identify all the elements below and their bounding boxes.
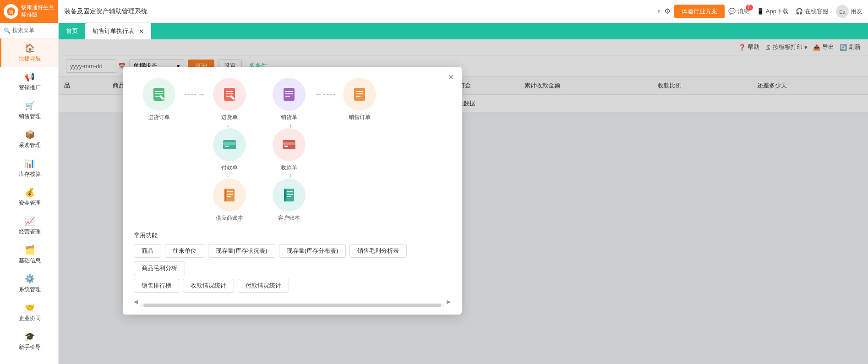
guide-icon: 🎓: [25, 331, 35, 342]
scroll-left-icon[interactable]: ◀: [134, 299, 138, 305]
enterprise-icon: 🤝: [25, 303, 35, 313]
sale-bill-circle: [273, 78, 306, 111]
sidebar-item-sales[interactable]: 🛒 销售管理: [0, 96, 58, 125]
sidebar-nav: 🏠 快捷导航 📢 营销推广 🛒 销售管理 📦 采购管理 📊 库存核算 💰: [0, 38, 58, 364]
svg-rect-32: [284, 146, 288, 147]
sidebar: 畅 畅康通好生意 标准版 🔍 搜索菜单 🏠 快捷导航 📢 营销推广 🛒 销售管理: [0, 0, 59, 364]
system-title: 装备及固定资产辅助管理系统: [64, 7, 654, 16]
svg-rect-34: [284, 189, 286, 201]
flow-row-2: 付款单: [134, 128, 255, 172]
sidebar-item-marketing[interactable]: 📢 营销推广: [0, 67, 58, 96]
sidebar-item-quick-nav[interactable]: 🏠 快捷导航: [0, 38, 58, 67]
purchase-order-node[interactable]: 进货订单: [134, 78, 184, 121]
arrow-h-2: ← - - - -: [314, 90, 334, 109]
sale-bill-label: 销货单: [281, 114, 297, 121]
func-btn-partner[interactable]: 往来单位: [165, 244, 204, 258]
func-btn-product[interactable]: 商品: [134, 244, 161, 258]
arrow-v-receipt: ↓: [264, 121, 385, 128]
svg-rect-16: [225, 146, 229, 147]
main-area: 装备及固定资产辅助管理系统 ▾ ⚙ 体验行业方案 💬 消息 5 📱 App下载 …: [59, 0, 868, 364]
tabbar: 首页 销售订单执行表 ✕: [59, 23, 868, 39]
arrow-h-1: - - - - →: [184, 90, 204, 109]
svg-rect-31: [283, 142, 295, 145]
svg-rect-15: [223, 142, 236, 145]
supplier-ledger-label: 供应商账本: [216, 214, 243, 222]
purchase-bill-circle: [213, 78, 246, 111]
app-download-item[interactable]: 📱 App下载: [757, 7, 788, 16]
func-btn-payment-stat[interactable]: 付款情况统计: [238, 279, 289, 293]
modal-scrollbar[interactable]: [140, 304, 445, 307]
sidebar-item-purchase[interactable]: 📦 采购管理: [0, 125, 58, 154]
home-icon: 🏠: [25, 43, 35, 53]
message-item[interactable]: 💬 消息 5: [728, 7, 749, 16]
supplier-ledger-node[interactable]: 供应商账本: [204, 179, 255, 222]
flow-row-r1: 销货单 ← - - - - 销售订单: [264, 78, 385, 121]
customer-ledger-node[interactable]: 客户账本: [264, 179, 314, 222]
func-btn-receipt-stat[interactable]: 收款情况统计: [183, 279, 234, 293]
purchase-order-circle: [142, 78, 175, 111]
func-buttons-row2: 销售排行榜 收款情况统计 付款情况统计: [134, 279, 451, 293]
message-icon: 💬: [728, 8, 736, 15]
sidebar-search[interactable]: 🔍 搜索菜单: [0, 23, 58, 38]
modal-close-button[interactable]: ✕: [448, 72, 454, 82]
sidebar-item-system[interactable]: ⚙️ 系统管理: [0, 269, 58, 298]
online-service-icon: 🎧: [796, 8, 803, 15]
app-download-icon: 📱: [757, 8, 764, 15]
arrow-v-supplier: ↓: [134, 172, 255, 179]
payment-label: 付款单: [221, 164, 238, 172]
payment-node[interactable]: 付款单: [204, 128, 255, 172]
sidebar-item-inventory[interactable]: 📊 库存核算: [0, 154, 58, 183]
receipt-circle: [273, 128, 306, 161]
flow-diagram: 进货订单 - - - - → 进货单: [134, 78, 451, 222]
logo-icon: 畅: [4, 4, 18, 19]
sidebar-item-enterprise[interactable]: 🤝 企业协同: [0, 298, 58, 327]
customer-ledger-circle: [273, 179, 306, 212]
func-buttons-row1: 商品 往来单位 现存量(库存状况表) 现存量(库存分布表) 销售毛利分析表 商品…: [134, 244, 451, 275]
flow-row-r3: 客户账本: [264, 179, 385, 222]
content-area: ❓ 帮助 🖨 按模板打印 ▾ 📤 导出 🔄 刷新: [59, 39, 868, 364]
arrow-v-customer: ↓: [264, 172, 385, 179]
func-btn-sales-rank[interactable]: 销售排行榜: [134, 279, 179, 293]
func-btn-sales-profit[interactable]: 销售毛利分析表: [349, 244, 407, 258]
sale-bill-node[interactable]: 销货单: [264, 78, 314, 121]
right-flow-col: 销货单 ← - - - - 销售订单: [264, 78, 385, 222]
marketing-icon: 📢: [25, 72, 35, 82]
scrollbar-thumb: [143, 304, 441, 307]
sidebar-item-guide[interactable]: 🎓 新手引导: [0, 327, 58, 356]
purchase-icon: 📦: [25, 130, 35, 140]
online-service-item[interactable]: 🎧 在线客服: [796, 7, 829, 16]
search-icon: 🔍: [4, 27, 11, 34]
func-btn-stock-dist[interactable]: 现存量(库存分布表): [279, 244, 346, 258]
receipt-node[interactable]: 收款单: [264, 128, 314, 172]
scroll-right-icon[interactable]: ▶: [447, 299, 451, 305]
logo-text: 畅康通好生意 标准版: [21, 4, 54, 18]
tab-close-icon[interactable]: ✕: [139, 28, 144, 35]
tab-home[interactable]: 首页: [59, 23, 85, 39]
modal-overlay: ✕ 进货订单: [59, 39, 868, 364]
svg-rect-18: [224, 189, 226, 201]
svg-text:Ea: Ea: [839, 9, 846, 15]
basic-icon: 🗂️: [25, 245, 35, 255]
receipt-label: 收款单: [281, 164, 297, 172]
sidebar-logo: 畅 畅康通好生意 标准版: [0, 0, 58, 23]
purchase-bill-node[interactable]: 进货单: [204, 78, 255, 121]
sidebar-item-finance[interactable]: 💰 资金管理: [0, 183, 58, 212]
common-title: 常用功能: [134, 231, 451, 239]
flow-row-r2: 收款单: [264, 128, 385, 172]
arrow-v-payment: ↓: [134, 121, 255, 128]
sidebar-item-operation[interactable]: 📈 经营管理: [0, 212, 58, 240]
avatar: Ea: [836, 5, 849, 18]
sale-order-label: 销售订单: [349, 114, 371, 121]
sidebar-item-basic[interactable]: 🗂️ 基础信息: [0, 240, 58, 269]
flow-modal: ✕ 进货订单: [123, 67, 462, 315]
left-flow-col: 进货订单 - - - - → 进货单: [134, 78, 255, 222]
sales-icon: 🛒: [25, 101, 35, 111]
flow-row-3: 供应商账本: [134, 179, 255, 222]
func-btn-product-profit[interactable]: 商品毛利分析: [134, 261, 185, 275]
settings-icon[interactable]: ⚙: [664, 7, 671, 16]
func-btn-stock-status[interactable]: 现存量(库存状况表): [208, 244, 275, 258]
sale-order-node[interactable]: 销售订单: [334, 78, 385, 121]
tab-sales-order[interactable]: 销售订单执行表 ✕: [85, 23, 151, 39]
experience-btn[interactable]: 体验行业方案: [674, 5, 725, 18]
user-item[interactable]: Ea 用友: [836, 5, 863, 18]
